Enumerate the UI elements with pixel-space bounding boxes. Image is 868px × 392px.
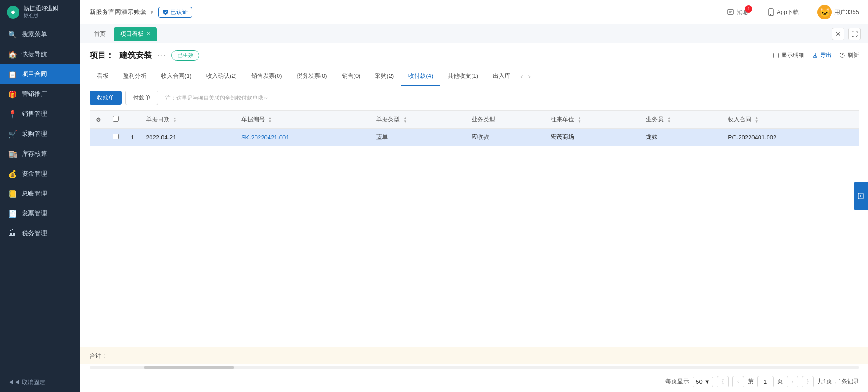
- refresh-button[interactable]: 刷新: [839, 51, 859, 59]
- show-detail-input[interactable]: [773, 53, 779, 58]
- user-menu[interactable]: 🐱 用户3355: [817, 5, 859, 19]
- select-all-checkbox[interactable]: [113, 116, 119, 122]
- th-biz-type-label: 业务类型: [472, 116, 495, 123]
- subtab-profit[interactable]: 盈利分析: [116, 67, 154, 86]
- sidebar-item-funds[interactable]: 💰 资金管理: [0, 164, 80, 184]
- message-button[interactable]: 消息 1: [726, 8, 749, 16]
- th-salesperson[interactable]: 业务员 ▲▼: [641, 111, 722, 129]
- next-page-button[interactable]: ›: [787, 376, 798, 387]
- subtab-income-contract[interactable]: 收入合同(1): [154, 67, 199, 86]
- subtab-payment[interactable]: 收付款(4): [401, 67, 440, 86]
- subtab-profit-label: 盈利分析: [123, 72, 146, 79]
- pagination: 每页显示 50 ▼ ⟪ ‹ 第 页 › ⟫ 共1页，1条记录: [80, 371, 868, 392]
- tax-icon: 🏛: [8, 229, 17, 238]
- subtab-tax-invoice[interactable]: 税务发票(0): [289, 67, 335, 86]
- close-window-button[interactable]: ✕: [832, 28, 844, 40]
- sidebar-item-ledger[interactable]: 📒 总账管理: [0, 184, 80, 204]
- th-checkbox[interactable]: [108, 111, 124, 129]
- divider-2: [808, 8, 808, 17]
- td-salesperson: 龙妹: [641, 129, 722, 146]
- topbar-right: 消息 1 App下载 🐱 用户3355: [726, 5, 859, 19]
- sidebar-item-marketing[interactable]: 🎁 营销推广: [0, 84, 80, 104]
- tab-close-icon[interactable]: ✕: [146, 31, 151, 37]
- inner-tab-receipt[interactable]: 收款单: [90, 91, 122, 105]
- user-label: 用户3355: [834, 8, 859, 16]
- sidebar-item-label: 搜索菜单: [22, 30, 47, 38]
- page-size-label: 每页显示: [665, 378, 689, 386]
- data-table: ⚙ 单据日期 ▲▼ 单据编号: [90, 110, 859, 146]
- verified-label: 已认证: [170, 8, 188, 16]
- purchase-icon: 🛒: [8, 129, 17, 139]
- sidebar-item-label: 库存核算: [22, 150, 47, 158]
- expand-window-button[interactable]: ⛶: [848, 28, 861, 40]
- project-more-button[interactable]: ···: [157, 51, 166, 59]
- page-size-select[interactable]: 50 ▼: [693, 377, 713, 387]
- sidebar-item-purchase[interactable]: 🛒 采购管理: [0, 124, 80, 144]
- mobile-icon: [767, 8, 774, 16]
- th-income-contract[interactable]: 收入合同 ▲▼: [722, 111, 859, 129]
- table-area: ⚙ 单据日期 ▲▼ 单据编号: [80, 110, 868, 347]
- avatar: 🐱: [817, 5, 832, 19]
- subtab-other-payment[interactable]: 其他收支(1): [440, 67, 486, 86]
- subtab-kanban[interactable]: 看板: [90, 67, 116, 86]
- subtab-sales[interactable]: 销售(0): [335, 67, 368, 86]
- main-wrapper: 新服务官网演示账套 ▼ 已认证 消息: [80, 0, 868, 392]
- sidebar-item-project-contract[interactable]: 📋 项目合同: [0, 64, 80, 84]
- app-download-button[interactable]: App下载: [767, 8, 799, 16]
- main-content: 新服务官网演示账套 ▼ 已认证 消息: [80, 0, 868, 392]
- subtab-purchase[interactable]: 采购(2): [368, 67, 401, 86]
- row-checkbox[interactable]: [113, 134, 119, 139]
- first-page-button[interactable]: ⟪: [717, 376, 729, 387]
- th-partner[interactable]: 往来单位 ▲▼: [545, 111, 641, 129]
- sort-arrows-partner: ▲▼: [578, 116, 581, 124]
- sidebar-unpin-button[interactable]: ◀◀ 取消固定: [0, 373, 80, 392]
- th-date-label: 单据日期: [146, 116, 170, 123]
- account-selector[interactable]: 新服务官网演示账套 ▼: [90, 8, 155, 16]
- page-label: 页: [777, 378, 783, 386]
- current-page-input[interactable]: [757, 376, 774, 387]
- last-page-button[interactable]: ⟫: [802, 376, 814, 387]
- sidebar-item-label: 税务管理: [22, 229, 47, 238]
- subtab-prev-arrow[interactable]: ‹: [518, 68, 525, 85]
- th-date[interactable]: 单据日期 ▲▼: [141, 111, 236, 129]
- tab-project-board[interactable]: 项目看板 ✕: [114, 27, 157, 41]
- td-number[interactable]: SK-20220421-001: [236, 129, 371, 146]
- svg-rect-2: [727, 10, 734, 14]
- sort-arrows-date: ▲▼: [173, 116, 177, 124]
- subtab-inout[interactable]: 出入库: [486, 67, 518, 86]
- row-partner: 宏茂商场: [551, 134, 574, 140]
- sidebar-item-search[interactable]: 🔍 搜索菜单: [0, 24, 80, 44]
- scrollbar-track[interactable]: [90, 366, 859, 369]
- sidebar-item-invoice[interactable]: 🧾 发票管理: [0, 204, 80, 224]
- th-type[interactable]: 单据类型 ▲▼: [371, 111, 466, 129]
- prev-page-button[interactable]: ‹: [732, 376, 744, 387]
- row-type: 蓝单: [376, 134, 388, 140]
- subtab-sales-invoice[interactable]: 销售发票(0): [244, 67, 289, 86]
- td-date: 2022-04-21: [141, 129, 236, 146]
- table-row[interactable]: 1 2022-04-21 SK-20220421-001 蓝单: [90, 129, 859, 146]
- sales-icon: 📍: [8, 110, 17, 119]
- sidebar-item-tax[interactable]: 🏛 税务管理: [0, 224, 80, 244]
- th-number-label: 单据编号: [241, 116, 265, 123]
- show-detail-checkbox[interactable]: 显示明细: [773, 51, 805, 59]
- subtab-next-arrow[interactable]: ›: [525, 68, 533, 85]
- sidebar-item-sales[interactable]: 📍 销售管理: [0, 104, 80, 124]
- row-income-contract: RC-20220401-002: [728, 134, 776, 141]
- td-income-contract: RC-20220401-002: [722, 129, 859, 146]
- subtab-income-confirm[interactable]: 收入确认(2): [199, 67, 244, 86]
- tab-home-label: 首页: [94, 30, 106, 38]
- tab-home[interactable]: 首页: [88, 27, 112, 41]
- th-type-label: 单据类型: [376, 116, 400, 123]
- th-number[interactable]: 单据编号 ▲▼: [236, 111, 371, 129]
- shield-icon: [162, 9, 169, 15]
- td-checkbox[interactable]: [108, 129, 124, 146]
- sidebar-item-quicknav[interactable]: 🏠 快捷导航: [0, 44, 80, 64]
- sidebar-item-inventory[interactable]: 🏬 库存核算: [0, 144, 80, 164]
- invoice-icon: 🧾: [8, 209, 17, 218]
- export-button[interactable]: 导出: [812, 51, 832, 59]
- inner-tab-payment[interactable]: 付款单: [125, 91, 158, 105]
- right-float-button[interactable]: [854, 182, 868, 210]
- th-settings[interactable]: ⚙: [90, 111, 108, 129]
- scrollbar-thumb[interactable]: [144, 366, 234, 369]
- row-number-link[interactable]: SK-20220421-001: [241, 134, 289, 141]
